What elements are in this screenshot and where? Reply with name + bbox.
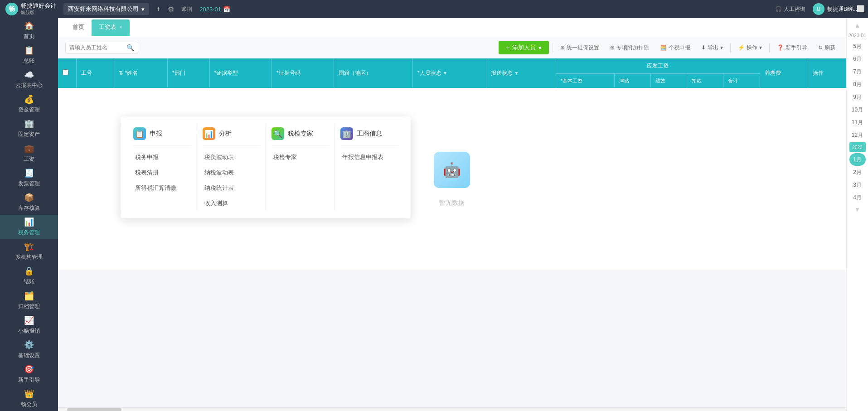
month-item-9[interactable]: 9月: [849, 91, 866, 103]
operation-button[interactable]: ⚡ 操作 ▾: [734, 42, 766, 54]
month-item-4[interactable]: 4月: [849, 191, 866, 204]
month-item-7[interactable]: 7月: [849, 65, 866, 78]
menu-item-tax-wave[interactable]: 税负波动表: [203, 150, 260, 165]
sidebar-label-cloud: 云报表中心: [15, 82, 43, 89]
extra-icon: ⊕: [610, 44, 615, 51]
menu-item-tax-flow[interactable]: 纳税波动表: [203, 165, 260, 180]
refresh-button[interactable]: ↻ 刷新: [815, 42, 839, 54]
separator-3: [769, 43, 770, 52]
sidebar-item-multi[interactable]: 🏗️ 多机构管理: [0, 239, 58, 264]
menu-item-tax-table[interactable]: 税表清册: [133, 165, 191, 180]
panel-arrow-up[interactable]: ▲: [853, 20, 863, 31]
col-action: 操作: [808, 58, 846, 88]
report-filter-icon[interactable]: ▼: [514, 71, 519, 76]
settings-icon[interactable]: ⚙: [168, 5, 174, 14]
sidebar-label-close: 结账: [24, 278, 34, 285]
month-item-3[interactable]: 3月: [849, 179, 866, 191]
col-check[interactable]: [58, 58, 76, 88]
service-button[interactable]: 🎧 人工咨询: [775, 5, 805, 13]
sidebar-item-cloud[interactable]: ☁️ 云报表中心: [0, 67, 58, 92]
app-title: 畅捷通好会计: [21, 2, 56, 10]
tab-home[interactable]: 首页: [65, 19, 92, 36]
check-all[interactable]: [63, 69, 68, 75]
col-group-yingfa: 应发工资: [556, 58, 760, 74]
sidebar-label-settings: 基础设置: [18, 352, 40, 359]
menu-item-income-tax[interactable]: 所得税汇算清缴: [133, 180, 191, 196]
col-allowance: 津贴: [614, 74, 650, 88]
tabs-bar: 首页 工资表 ×: [58, 18, 846, 37]
sidebar-label-funds: 资金管理: [18, 106, 40, 114]
sidebar-item-ledger[interactable]: 📋 总账: [0, 43, 58, 67]
toolbar: 🔍 + 添加人员 ▾ ⊕ 统一社保设置 ⊕ 专项附加扣除 🧮 个税申报: [58, 37, 846, 58]
tab-salary-table[interactable]: 工资表 ×: [92, 19, 130, 36]
sidebar-item-close[interactable]: 🔒 结账: [0, 264, 58, 288]
sidebar-item-member[interactable]: 👑 畅会员: [0, 387, 58, 411]
personal-tax-button[interactable]: 🧮 个税申报: [656, 42, 694, 54]
month-item-10[interactable]: 10月: [849, 103, 866, 116]
plus-icon[interactable]: +: [156, 5, 160, 13]
scroll-thumb[interactable]: [67, 408, 121, 411]
sidebar-item-invoice[interactable]: 🧾 发票管理: [0, 165, 58, 190]
business-title: 工商信息: [357, 130, 382, 138]
sidebar-item-archive[interactable]: 🗂️ 归档管理: [0, 288, 58, 313]
logo-icon: 畅: [5, 3, 18, 15]
menu-item-income-calc[interactable]: 收入测算: [203, 196, 260, 211]
content-area: 首页 工资表 × 🔍 + 添加人员 ▾ ⊕ 统一社保设置: [58, 18, 846, 411]
sidebar-item-salary[interactable]: 💼 工资: [0, 141, 58, 165]
month-item-12[interactable]: 12月: [849, 129, 866, 141]
sidebar-item-home[interactable]: 🏠 首页: [0, 18, 58, 43]
window-close-icon[interactable]: ×: [849, 4, 854, 13]
month-item-1-active[interactable]: 1月: [849, 153, 866, 166]
sidebar-item-funds[interactable]: 💰 资金管理: [0, 92, 58, 116]
extra-deduction-button[interactable]: ⊕ 专项附加扣除: [606, 42, 653, 54]
operation-chevron-icon: ▾: [759, 44, 762, 51]
sidebar-item-guide[interactable]: 🎯 新手引导: [0, 362, 58, 387]
analysis-section-icon: 📊: [203, 127, 215, 140]
assets-icon: 🏢: [24, 119, 34, 129]
company-selector[interactable]: 西安虾米网络科技有限公司 ▾: [63, 3, 149, 15]
sidebar: 🏠 首页 📋 总账 ☁️ 云报表中心 💰 资金管理 🏢 固定资产 💼 工资 🧾 …: [0, 18, 58, 411]
tab-close-icon[interactable]: ×: [119, 24, 122, 30]
chevron-down-icon: ▾: [141, 6, 145, 13]
month-item-6[interactable]: 6月: [849, 53, 866, 65]
new-guide-button[interactable]: ❓ 新手引导: [773, 42, 811, 54]
period-label: 账期: [181, 5, 192, 13]
month-item-5[interactable]: 5月: [849, 40, 866, 53]
panel-arrow-down[interactable]: ▼: [853, 204, 863, 215]
menu-item-tax-stats[interactable]: 纳税统计表: [203, 180, 260, 196]
gear-icon: ⚙️: [24, 340, 34, 350]
sidebar-item-report[interactable]: 📈 小畅报销: [0, 313, 58, 337]
menu-section-expert-header: 🔍 税检专家: [272, 124, 329, 146]
add-person-button[interactable]: + 添加人员 ▾: [499, 41, 549, 54]
tab-salary-label: 工资表: [99, 23, 116, 31]
month-item-11[interactable]: 11月: [849, 116, 866, 129]
menu-item-tax-declare[interactable]: 税务申报: [133, 150, 191, 165]
calendar-icon[interactable]: 📅: [223, 6, 230, 13]
separator-2: [730, 43, 731, 52]
sidebar-item-tax[interactable]: 📊 税务管理: [0, 215, 58, 239]
sidebar-item-assets[interactable]: 🏢 固定资产: [0, 116, 58, 141]
search-input[interactable]: [69, 44, 124, 51]
month-item-8[interactable]: 8月: [849, 78, 866, 91]
menu-item-annual-report[interactable]: 年报信息申报表: [340, 150, 398, 165]
export-button[interactable]: ⬇ 导出 ▾: [698, 42, 727, 54]
col-report-status: 报送状态 ▼: [486, 58, 556, 88]
status-filter-icon[interactable]: ▼: [443, 71, 447, 76]
menu-section-declaration-header: 📋 申报: [133, 124, 191, 146]
col-pension: 养老费: [760, 58, 808, 88]
window-maximize-icon[interactable]: ⬜: [857, 5, 864, 12]
declaration-title: 申报: [150, 130, 162, 138]
col-status: *人员状态 ▼: [412, 58, 486, 88]
bottom-scrollbar[interactable]: [58, 407, 846, 411]
business-section-icon: 🏢: [340, 127, 353, 140]
year-2023-tag: 2023: [849, 142, 866, 152]
menu-item-expert[interactable]: 税检专家: [272, 150, 329, 165]
tax-icon: 📊: [24, 217, 34, 227]
sidebar-item-inventory[interactable]: 📦 库存核算: [0, 190, 58, 214]
social-settings-button[interactable]: ⊕ 统一社保设置: [557, 42, 603, 54]
month-item-2[interactable]: 2月: [849, 166, 866, 179]
menu-section-analysis: 📊 分析 税负波动表 纳税波动表 纳税统计表 收入测算: [197, 124, 266, 211]
sidebar-item-settings[interactable]: ⚙️ 基础设置: [0, 337, 58, 362]
sidebar-label-salary: 工资: [24, 155, 34, 163]
company-name: 西安虾米网络科技有限公司: [68, 5, 139, 13]
